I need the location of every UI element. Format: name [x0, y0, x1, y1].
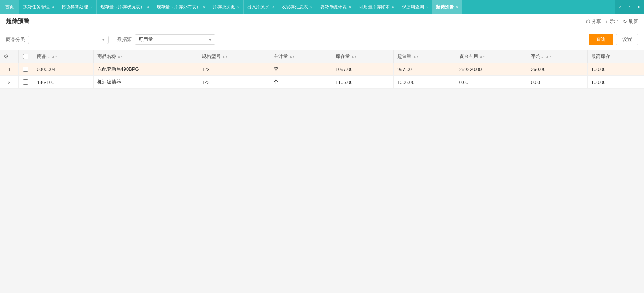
col-header-settings[interactable]: ⚙: [0, 50, 18, 63]
header-actions: ⬡ 分享 ↓ 导出 ↻ 刷新: [586, 18, 638, 25]
overstock-qty: 1006.00: [394, 76, 455, 89]
close-icon[interactable]: ×: [237, 5, 239, 9]
tab-label: 现存量（库存状况表）: [100, 4, 144, 10]
close-icon[interactable]: ×: [90, 5, 92, 9]
col-header-product-name[interactable]: 商品名称 ▲▼: [93, 50, 198, 63]
share-button[interactable]: ⬡ 分享: [586, 18, 601, 25]
nav-tab-overstock[interactable]: 超储预警 ×: [432, 0, 462, 14]
query-button[interactable]: 查询: [589, 34, 613, 45]
product-unit: 套: [270, 63, 332, 76]
col-label: 主计量: [274, 53, 288, 60]
nav-prev-button[interactable]: ‹: [615, 0, 625, 14]
nav-tabs: 首页 拣货任务管理 × 拣货异常处理 × 现存量（库存状况表） × 现存量（库存…: [0, 0, 615, 14]
row-checkbox[interactable]: [23, 79, 28, 85]
nav-arrows: ‹ › ×: [615, 0, 644, 14]
refresh-label: 刷新: [629, 18, 638, 25]
avg-value: 260.00: [527, 63, 587, 76]
row-checkbox-cell[interactable]: [18, 63, 33, 76]
tab-label: 要货单统计表: [320, 4, 347, 10]
nav-tab-inout-flow[interactable]: 出入库流水 ×: [244, 0, 278, 14]
row-index: 2: [0, 76, 18, 89]
row-checkbox-cell[interactable]: [18, 76, 33, 89]
sort-icon: ▲▼: [118, 55, 124, 58]
refresh-button[interactable]: ↻ 刷新: [623, 18, 638, 25]
product-spec: 123: [198, 76, 270, 89]
close-icon[interactable]: ×: [147, 5, 149, 9]
table-body: 1 0000004 六配套新昌490BPG 123 套 1097.00 997.…: [0, 63, 644, 89]
tab-label: 库存批次账: [213, 4, 235, 10]
table-row: 1 0000004 六配套新昌490BPG 123 套 1097.00 997.…: [0, 63, 644, 76]
col-header-check[interactable]: [18, 50, 33, 63]
col-header-avg[interactable]: 平均... ▲▼: [527, 50, 587, 63]
sort-icon: ▲▼: [480, 55, 486, 58]
col-header-unit[interactable]: 主计量 ▲▼: [270, 50, 332, 63]
product-code: 0000004: [33, 63, 93, 76]
nav-tab-task-mgmt[interactable]: 拣货任务管理 ×: [19, 0, 58, 14]
nav-tab-recv-send[interactable]: 收发存汇总表 ×: [278, 0, 316, 14]
close-icon[interactable]: ×: [203, 5, 205, 9]
nav-tab-abnormal[interactable]: 拣货异常处理 ×: [58, 0, 96, 14]
category-filter: 商品分类 ▾: [6, 36, 109, 44]
tab-label: 出入库流水: [247, 4, 269, 10]
datasource-label: 数据源: [117, 36, 132, 43]
product-code: 186-10...: [33, 76, 93, 89]
close-icon[interactable]: ×: [52, 5, 54, 9]
nav-tab-order-stat[interactable]: 要货单统计表 ×: [316, 0, 355, 14]
chevron-down-icon: ▾: [102, 37, 105, 42]
col-label: 最高库存: [591, 53, 610, 60]
sort-icon: ▲▼: [413, 55, 419, 58]
datasource-filter: 数据源 可用量 ▾: [117, 34, 215, 45]
row-index: 1: [0, 63, 18, 76]
refresh-icon: ↻: [623, 19, 627, 24]
nav-tab-inventory-status[interactable]: 现存量（库存状况表） ×: [97, 0, 153, 14]
top-nav: 首页 拣货任务管理 × 拣货异常处理 × 现存量（库存状况表） × 现存量（库存…: [0, 0, 644, 14]
export-icon: ↓: [605, 19, 608, 24]
stock-qty: 1097.00: [332, 63, 394, 76]
category-select[interactable]: ▾: [28, 36, 109, 44]
tab-label: 可用量库存账本: [359, 4, 390, 10]
nav-tab-avail-acct[interactable]: 可用量库存账本 ×: [355, 0, 398, 14]
overstock-qty: 997.00: [394, 63, 455, 76]
close-icon[interactable]: ×: [310, 5, 312, 9]
tab-label: 拣货任务管理: [23, 4, 50, 10]
col-label: 商品...: [37, 53, 51, 60]
table-header-row: ⚙ 商品... ▲▼ 商品名称 ▲▼: [0, 50, 644, 63]
nav-tab-inventory-dist[interactable]: 现存量（库存分布表） ×: [153, 0, 209, 14]
max-stock: 100.00: [587, 76, 644, 89]
col-header-capital[interactable]: 资金占用 ▲▼: [455, 50, 527, 63]
col-header-overstock[interactable]: 超储量 ▲▼: [394, 50, 455, 63]
table-container: ⚙ 商品... ▲▼ 商品名称 ▲▼: [0, 50, 644, 89]
close-icon[interactable]: ×: [271, 5, 274, 9]
select-all-checkbox[interactable]: [23, 54, 28, 59]
nav-tab-home[interactable]: 首页: [0, 0, 19, 14]
row-checkbox[interactable]: [23, 67, 28, 72]
home-tab-label: 首页: [5, 4, 14, 10]
capital-occupied: 0.00: [455, 76, 527, 89]
col-header-max-stock[interactable]: 最高库存: [587, 50, 644, 63]
category-label: 商品分类: [6, 36, 25, 43]
datasource-select[interactable]: 可用量 ▾: [135, 34, 215, 45]
col-header-spec[interactable]: 规格型号 ▲▼: [198, 50, 270, 63]
nav-next-button[interactable]: ›: [625, 0, 634, 14]
col-label: 库存量: [336, 53, 350, 60]
col-header-product-code[interactable]: 商品... ▲▼: [33, 50, 93, 63]
close-icon[interactable]: ×: [456, 5, 458, 9]
settings-button[interactable]: 设置: [616, 34, 638, 45]
export-button[interactable]: ↓ 导出: [605, 18, 619, 25]
close-icon[interactable]: ×: [426, 5, 428, 9]
datasource-select-value: 可用量: [139, 36, 208, 43]
nav-close-button[interactable]: ×: [634, 0, 644, 14]
stock-qty: 1106.00: [332, 76, 394, 89]
col-label: 资金占用: [459, 53, 478, 60]
nav-tab-quality[interactable]: 保质期查询 ×: [398, 0, 432, 14]
sort-icon: ▲▼: [289, 55, 295, 58]
table-row: 2 186-10... 机油滤清器 123 个 1106.00 1006.00 …: [0, 76, 644, 89]
close-icon[interactable]: ×: [349, 5, 351, 9]
product-name: 机油滤清器: [93, 76, 198, 89]
close-icon[interactable]: ×: [392, 5, 394, 9]
sort-icon: ▲▼: [351, 55, 357, 58]
col-header-stock[interactable]: 库存量 ▲▼: [332, 50, 394, 63]
filter-bar: 商品分类 ▾ 数据源 可用量 ▾ 查询 设置: [0, 29, 644, 50]
sort-icon: ▲▼: [222, 55, 228, 58]
nav-tab-batch[interactable]: 库存批次账 ×: [209, 0, 244, 14]
